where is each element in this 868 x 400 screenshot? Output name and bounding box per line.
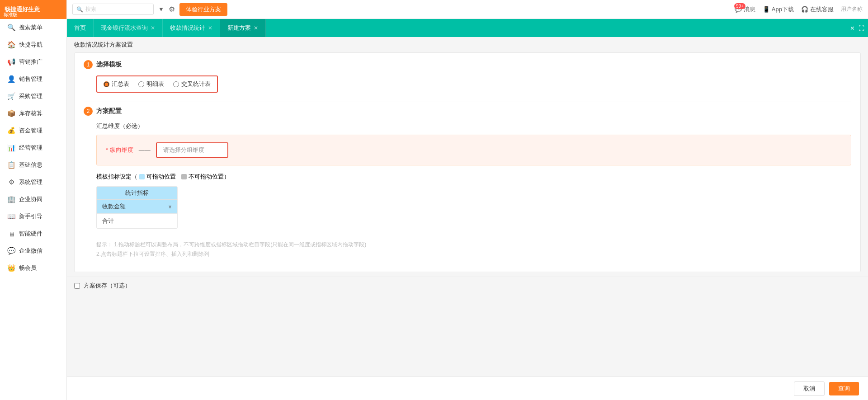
metrics-col-dropdown-icon[interactable]: ∨ xyxy=(168,204,172,210)
tab-cashflow-close[interactable]: ✕ xyxy=(151,25,155,31)
tip-line-2: 2.点击标题栏下拉可设置排序、插入列和删除列 xyxy=(96,250,851,258)
save-checkbox[interactable] xyxy=(74,283,80,289)
tab-receipts[interactable]: 收款情况统计 ✕ xyxy=(163,19,220,37)
sidebar-item-management[interactable]: 📊 经营管理 xyxy=(0,139,66,156)
home-icon: 🏠 xyxy=(7,41,15,49)
tab-newplan-label: 新建方案 xyxy=(227,24,251,32)
sidebar: 畅捷通好生意 标准版 🔍 搜索菜单 🏠 快捷导航 📢 营销推广 👤 销售管理 🛒… xyxy=(0,0,67,400)
gear-icon[interactable]: ⚙ xyxy=(169,5,175,14)
section2-title: 方案配置 xyxy=(96,107,122,115)
sidebar-item-corp[interactable]: 🏢 企业协同 xyxy=(0,191,66,208)
sidebar-item-label: 基础信息 xyxy=(19,161,42,169)
finance-icon: 💰 xyxy=(7,127,15,135)
save-option-bar: 方案保存（可选） xyxy=(67,277,868,294)
dimension-row: * 纵向维度 —— 请选择分组维度 xyxy=(106,142,842,158)
form-card: 1 选择模板 汇总表 明细表 交叉统计表 xyxy=(74,52,861,272)
tip-line-1: 提示： 1.拖动标题栏可以调整布局，不可跨维度或指标区域拖动栏目字段(只能在同一… xyxy=(96,241,851,249)
metrics-section: 模板指标设定（ 可拖动位置 不可拖动位置） 统计指标 收款金额 ∨ 合计 xyxy=(96,173,851,230)
sidebar-item-marketing[interactable]: 📢 营销推广 xyxy=(0,53,66,71)
sidebar-logo: 畅捷通好生意 标准版 xyxy=(0,0,66,19)
close-window-icon[interactable]: ✕ xyxy=(850,25,855,32)
tab-receipts-label: 收款情况统计 xyxy=(170,24,205,32)
sidebar-item-purchase[interactable]: 🛒 采购管理 xyxy=(0,88,66,105)
radio-summary-label: 汇总表 xyxy=(112,80,129,88)
main-area: 🔍 搜索 ▼ ⚙ 体验行业方案 💬 99+ 消息 📱 App下载 🎧 在线客服 … xyxy=(67,0,868,400)
footer-bar: 取消 查询 xyxy=(67,376,868,400)
undraggable-legend-label: 不可拖动位置） xyxy=(189,173,230,181)
tab-receipts-close[interactable]: ✕ xyxy=(208,25,212,31)
management-icon: 📊 xyxy=(7,144,15,152)
config-section: 汇总维度（必选） * 纵向维度 —— 请选择分组维度 模板指标设定（ xyxy=(96,122,851,264)
section2-num: 2 xyxy=(84,107,93,116)
sidebar-item-label: 采购管理 xyxy=(19,92,42,100)
radio-summary-input[interactable] xyxy=(104,81,109,87)
service-button[interactable]: 🎧 在线客服 xyxy=(801,5,834,14)
tab-cashflow[interactable]: 现金银行流水查询 ✕ xyxy=(94,19,163,37)
sidebar-item-hardware[interactable]: 🖥 智能硬件 xyxy=(0,225,66,242)
section1-num: 1 xyxy=(84,60,93,69)
tab-home[interactable]: 首页 xyxy=(67,19,94,37)
metrics-row-total: 合计 xyxy=(97,214,177,228)
topbar-dropdown-icon[interactable]: ▼ xyxy=(158,6,164,13)
metrics-header-text: 模板指标设定（ xyxy=(96,173,137,181)
sidebar-item-member[interactable]: 👑 畅会员 xyxy=(0,259,66,277)
template-selector: 汇总表 明细表 交叉统计表 xyxy=(96,75,218,93)
topbar-right: 💬 99+ 消息 📱 App下载 🎧 在线客服 用户名称 xyxy=(735,5,863,14)
sidebar-item-guide[interactable]: 📖 新手引导 xyxy=(0,208,66,225)
sidebar-item-inventory[interactable]: 📦 库存核算 xyxy=(0,105,66,122)
undraggable-legend-dot xyxy=(181,174,187,179)
radio-detail-input[interactable] xyxy=(138,81,144,87)
sidebar-item-label: 经营管理 xyxy=(19,144,42,152)
app-edition: 标准版 xyxy=(4,12,17,18)
service-icon: 🎧 xyxy=(801,6,808,13)
row-dimension-label: * 纵向维度 xyxy=(106,146,133,154)
radio-cross-label: 交叉统计表 xyxy=(181,80,211,88)
radio-cross[interactable]: 交叉统计表 xyxy=(173,80,211,88)
content-spacer xyxy=(67,294,868,376)
sidebar-item-label: 企业协同 xyxy=(19,195,42,203)
topbar-search[interactable]: 🔍 搜索 xyxy=(72,4,154,15)
sidebar-item-search[interactable]: 🔍 搜索菜单 xyxy=(0,19,66,36)
sidebar-item-basic[interactable]: 📋 基础信息 xyxy=(0,156,66,174)
tab-home-label: 首页 xyxy=(74,24,86,32)
maximize-window-icon[interactable]: ⛶ xyxy=(859,25,864,32)
cancel-button[interactable]: 取消 xyxy=(794,381,825,396)
metrics-header-row: 模板指标设定（ 可拖动位置 不可拖动位置） xyxy=(96,173,851,181)
section1-header: 1 选择模板 xyxy=(84,60,851,69)
sidebar-item-weixin[interactable]: 💬 企业微信 xyxy=(0,242,66,259)
dimension-select[interactable]: 请选择分组维度 xyxy=(156,142,228,158)
trial-button[interactable]: 体验行业方案 xyxy=(179,3,227,16)
metrics-table-title: 统计指标 xyxy=(97,187,177,200)
sidebar-item-label: 销售管理 xyxy=(19,75,42,83)
search-icon-small: 🔍 xyxy=(76,6,83,13)
download-button[interactable]: 📱 App下载 xyxy=(763,5,794,14)
sidebar-item-finance[interactable]: 💰 资金管理 xyxy=(0,122,66,139)
search-text: 搜索 xyxy=(85,5,96,13)
dimension-area: * 纵向维度 —— 请选择分组维度 xyxy=(96,135,851,165)
content-area: 收款情况统计方案设置 1 选择模板 汇总表 明细表 xyxy=(67,37,868,376)
arrow-icon: —— xyxy=(139,147,151,154)
metrics-col-name: 收款金额 xyxy=(102,202,126,211)
sidebar-item-label: 营销推广 xyxy=(19,58,42,66)
tab-newplan-close[interactable]: ✕ xyxy=(254,25,258,31)
user-name: 用户名称 xyxy=(841,5,863,13)
corp-icon: 🏢 xyxy=(7,195,15,203)
sidebar-item-label: 智能硬件 xyxy=(19,230,42,238)
topbar: 🔍 搜索 ▼ ⚙ 体验行业方案 💬 99+ 消息 📱 App下载 🎧 在线客服 … xyxy=(67,0,868,19)
tab-newplan[interactable]: 新建方案 ✕ xyxy=(220,19,266,37)
draggable-legend-label: 可拖动位置 xyxy=(146,173,176,181)
sidebar-item-system[interactable]: ⚙ 系统管理 xyxy=(0,174,66,191)
radio-cross-input[interactable] xyxy=(173,81,179,87)
message-button[interactable]: 💬 99+ 消息 xyxy=(735,5,755,14)
guide-icon: 📖 xyxy=(7,212,15,221)
radio-summary[interactable]: 汇总表 xyxy=(104,80,129,88)
tab-cashflow-label: 现金银行流水查询 xyxy=(101,24,148,32)
download-label: App下载 xyxy=(772,5,794,14)
hardware-icon: 🖥 xyxy=(7,230,15,238)
metrics-table: 统计指标 收款金额 ∨ 合计 xyxy=(96,186,178,229)
radio-detail[interactable]: 明细表 xyxy=(138,80,164,88)
sidebar-item-nav[interactable]: 🏠 快捷导航 xyxy=(0,36,66,53)
sidebar-item-label: 系统管理 xyxy=(19,178,42,186)
sidebar-item-sales[interactable]: 👤 销售管理 xyxy=(0,71,66,88)
query-button[interactable]: 查询 xyxy=(829,382,859,395)
